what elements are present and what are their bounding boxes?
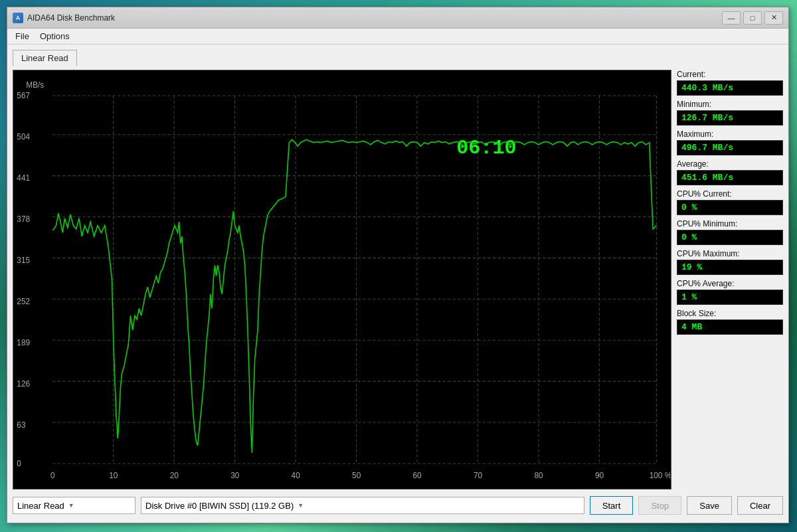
svg-text:60: 60 [413, 471, 422, 480]
minimum-stat: Minimum: 126.7 MB/s [677, 100, 783, 126]
cpu-average-stat: CPU% Average: 1 % [677, 279, 783, 305]
current-value: 440.3 MB/s [677, 80, 783, 96]
cpu-maximum-value: 19 % [677, 260, 783, 275]
block-size-value: 4 MB [677, 319, 783, 335]
cpu-maximum-label: CPU% Maximum: [677, 249, 783, 258]
svg-text:441: 441 [17, 173, 30, 183]
cpu-current-label: CPU% Current: [677, 189, 783, 199]
app-icon: A [13, 13, 23, 23]
disk-dropdown-arrow: ▼ [298, 502, 304, 509]
svg-text:10: 10 [109, 471, 118, 480]
svg-text:315: 315 [17, 256, 30, 265]
timer-display: 06:10 [456, 137, 516, 159]
svg-text:126: 126 [17, 379, 30, 389]
test-dropdown[interactable]: Linear Read ▼ [13, 497, 135, 514]
cpu-average-value: 1 % [677, 290, 783, 305]
svg-text:0: 0 [17, 459, 21, 468]
titlebar: A AIDA64 Disk Benchmark — □ ✕ [7, 7, 788, 29]
cpu-minimum-stat: CPU% Minimum: 0 % [677, 219, 783, 245]
svg-text:30: 30 [230, 471, 240, 480]
svg-text:504: 504 [17, 132, 30, 141]
svg-text:567: 567 [17, 91, 30, 100]
svg-text:189: 189 [17, 338, 30, 347]
svg-text:20: 20 [170, 471, 179, 480]
menu-options[interactable]: Options [35, 30, 75, 43]
maximize-button[interactable]: □ [743, 11, 762, 25]
save-button[interactable]: Save [687, 496, 732, 515]
start-button[interactable]: Start [590, 496, 633, 515]
stop-button: Stop [638, 496, 681, 515]
cpu-average-label: CPU% Average: [677, 279, 783, 288]
tab-linear-read[interactable]: Linear Read [13, 50, 77, 66]
tab-bar: Linear Read [13, 50, 783, 66]
block-size-label: Block Size: [677, 309, 783, 318]
disk-dropdown[interactable]: Disk Drive #0 [BIWIN SSD] (119.2 GB) ▼ [141, 497, 584, 514]
maximum-label: Maximum: [677, 130, 783, 139]
cpu-maximum-stat: CPU% Maximum: 19 % [677, 249, 783, 275]
benchmark-chart: MB/s [13, 70, 671, 489]
minimum-label: Minimum: [677, 100, 783, 109]
content-area: Linear Read MB/s [7, 44, 788, 523]
svg-text:252: 252 [17, 297, 30, 306]
svg-text:50: 50 [352, 471, 361, 480]
stats-panel: Current: 440.3 MB/s Minimum: 126.7 MB/s … [677, 70, 783, 489]
block-size-stat: Block Size: 4 MB [677, 309, 783, 335]
minimum-value: 126.7 MB/s [677, 110, 783, 126]
minimize-button[interactable]: — [722, 11, 741, 25]
action-buttons: Save Clear [687, 496, 783, 515]
cpu-minimum-label: CPU% Minimum: [677, 219, 783, 228]
svg-text:MB/s: MB/s [26, 80, 44, 90]
disk-dropdown-value: Disk Drive #0 [BIWIN SSD] (119.2 GB) [145, 501, 294, 511]
average-stat: Average: 451.6 MB/s [677, 159, 783, 185]
average-value: 451.6 MB/s [677, 170, 783, 185]
window-title: AIDA64 Disk Benchmark [27, 13, 722, 23]
chart-container: MB/s [13, 70, 671, 489]
close-button[interactable]: ✕ [764, 11, 783, 25]
menu-file[interactable]: File [10, 30, 35, 43]
cpu-minimum-value: 0 % [677, 230, 783, 245]
cpu-current-value: 0 % [677, 200, 783, 215]
svg-text:70: 70 [474, 471, 483, 480]
current-label: Current: [677, 70, 783, 79]
bottom-controls: Linear Read ▼ Disk Drive #0 [BIWIN SSD] … [13, 493, 783, 517]
window-controls: — □ ✕ [722, 11, 783, 25]
maximum-stat: Maximum: 496.7 MB/s [677, 130, 783, 155]
test-dropdown-arrow: ▼ [68, 502, 74, 509]
cpu-current-stat: CPU% Current: 0 % [677, 189, 783, 215]
svg-text:100 %: 100 % [650, 471, 671, 480]
svg-text:63: 63 [17, 420, 26, 430]
svg-text:378: 378 [17, 215, 30, 224]
clear-button[interactable]: Clear [737, 496, 783, 515]
current-stat: Current: 440.3 MB/s [677, 70, 783, 96]
svg-text:80: 80 [534, 471, 543, 480]
main-window: A AIDA64 Disk Benchmark — □ ✕ File Optio… [7, 7, 789, 523]
maximum-value: 496.7 MB/s [677, 140, 783, 155]
svg-text:40: 40 [292, 471, 301, 480]
average-label: Average: [677, 159, 783, 169]
main-area: MB/s [13, 70, 783, 489]
menubar: File Options [7, 29, 788, 44]
svg-text:0: 0 [50, 471, 55, 480]
test-dropdown-value: Linear Read [17, 501, 64, 511]
svg-text:90: 90 [595, 471, 604, 480]
